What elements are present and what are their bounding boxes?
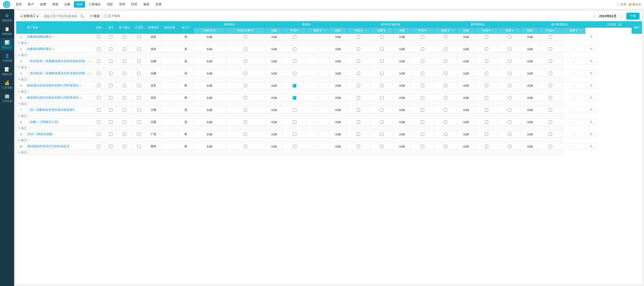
checkbox[interactable]: [444, 96, 447, 99]
checkbox[interactable]: [244, 60, 247, 63]
checkbox[interactable]: [109, 108, 112, 112]
sidebar-item-tax-settings[interactable]: ⚙ 报税设置: [1, 11, 14, 24]
note-edit-icon[interactable]: ✎: [18, 78, 20, 81]
checkbox[interactable]: [357, 133, 360, 136]
col-local-pay-header[interactable]: 缴费▼: [498, 28, 521, 34]
checkbox[interactable]: [380, 84, 383, 87]
checkbox[interactable]: [380, 35, 383, 39]
company-name-link[interactable]: （勿删）江西殷宝-LSS: [27, 120, 58, 124]
col-edu-declare-header[interactable]: 申报▼: [411, 28, 434, 34]
col-city-declare-header[interactable]: 申报▼: [347, 28, 370, 34]
sidebar-item-tax-overview[interactable]: 📊 报税总览: [1, 38, 14, 50]
checkbox[interactable]: [485, 60, 488, 63]
checkbox[interactable]: [549, 120, 552, 124]
checkbox[interactable]: [444, 60, 447, 63]
checkbox[interactable]: [549, 133, 552, 136]
col-annual-report-header[interactable]: 申报(年)▼: [193, 28, 226, 34]
checkbox[interactable]: [444, 120, 447, 124]
filter-button[interactable]: ▽ 筛选: [88, 13, 102, 19]
checkbox[interactable]: [444, 108, 447, 112]
col-vat-declare-header[interactable]: 申报▼: [283, 28, 306, 34]
checkbox[interactable]: [123, 133, 126, 136]
checkbox[interactable]: [97, 35, 100, 39]
note-edit-icon[interactable]: ✎: [18, 53, 20, 57]
checkbox[interactable]: [508, 35, 511, 39]
edit-icon[interactable]: ✎: [590, 47, 593, 51]
checkbox[interactable]: [357, 145, 360, 148]
edit-icon[interactable]: ✎: [590, 35, 593, 39]
checkbox[interactable]: [123, 145, 126, 148]
checkbox[interactable]: [380, 72, 383, 75]
company-name-link[interactable]: 勿删新锐网络通信: [27, 35, 51, 39]
sidebar-item-settlement[interactable]: 💰 汇算清缴: [1, 78, 14, 91]
company-name-link[interactable]: （原）误删勿改李艳珍测试斯套新1: [27, 108, 74, 112]
nav-business[interactable]: 工商项目: [86, 1, 103, 8]
checkbox[interactable]: [109, 84, 112, 87]
checkbox[interactable]: [508, 47, 511, 51]
checkbox[interactable]: [137, 108, 141, 112]
checkbox[interactable]: [444, 72, 447, 75]
checkbox[interactable]: [137, 35, 141, 39]
checkbox[interactable]: [508, 60, 511, 63]
checkbox[interactable]: [421, 108, 424, 112]
member-btn[interactable]: 👑 畅会员: [628, 3, 641, 6]
checkbox[interactable]: [244, 47, 247, 51]
edit-icon[interactable]: ✎: [590, 72, 593, 75]
col-stamp-pay-header[interactable]: 缴费▼: [562, 28, 585, 34]
checkbox[interactable]: [421, 72, 424, 75]
nav-invoice[interactable]: 票据: [50, 1, 61, 8]
nav-operation[interactable]: 经营: [129, 1, 140, 8]
checkbox[interactable]: [485, 35, 488, 39]
checkbox[interactable]: [508, 120, 511, 124]
note-edit-icon[interactable]: ✎: [18, 139, 20, 142]
checkbox[interactable]: [444, 145, 447, 148]
checkbox[interactable]: [485, 96, 488, 99]
checkbox[interactable]: [137, 145, 141, 148]
checkbox[interactable]: [380, 60, 383, 63]
checkbox[interactable]: [357, 84, 360, 87]
checkbox[interactable]: [109, 133, 112, 136]
company-name-link[interactable]: 畅速通信息技术股份有限公司民珠测试: [27, 96, 79, 99]
checkbox[interactable]: [137, 60, 141, 63]
checkbox[interactable]: [485, 84, 488, 87]
employee-filter-select[interactable]: 全部员工 ▾: [19, 13, 40, 19]
checkbox[interactable]: [549, 60, 552, 63]
checkbox[interactable]: [244, 120, 247, 124]
edit-icon[interactable]: ✎: [590, 96, 593, 100]
edit-icon[interactable]: ✎: [590, 132, 593, 136]
checkbox[interactable]: [444, 133, 447, 136]
fullscreen-btn[interactable]: ⛶ 全屏: [617, 3, 626, 6]
checkbox[interactable]: [421, 96, 424, 99]
checkbox[interactable]: [97, 60, 100, 63]
nav-home[interactable]: 首页: [13, 1, 24, 8]
download-button[interactable]: 下载: [626, 13, 639, 20]
checkbox[interactable]: [244, 35, 247, 39]
checkbox[interactable]: [380, 120, 383, 124]
checkbox[interactable]: [380, 145, 383, 148]
note-edit-icon[interactable]: ✎: [18, 41, 20, 44]
checkbox[interactable]: [485, 47, 488, 51]
checkbox[interactable]: [137, 84, 141, 87]
checkbox[interactable]: [123, 72, 126, 75]
checkbox[interactable]: [549, 96, 552, 99]
checkbox[interactable]: [444, 35, 447, 39]
prev-month-button[interactable]: ‹: [592, 13, 597, 19]
name-tag-checkbox[interactable]: [104, 14, 107, 18]
checkbox[interactable]: [97, 133, 100, 136]
note-edit-icon[interactable]: ✎: [18, 102, 20, 105]
company-name-link[interactable]: （库存核算）直播畅速通信息技术股份有限...: [27, 72, 87, 75]
checkbox[interactable]: [444, 47, 447, 51]
checked-checkbox[interactable]: [293, 96, 296, 100]
sidebar-item-personal-tax[interactable]: 👤 个税申报: [1, 51, 14, 64]
checkbox[interactable]: [293, 108, 296, 112]
edit-icon[interactable]: ✎: [590, 84, 593, 87]
checkbox[interactable]: [421, 145, 424, 148]
checkbox[interactable]: [485, 72, 488, 75]
nav-manage[interactable]: 管理: [116, 1, 128, 8]
checkbox[interactable]: [508, 145, 511, 148]
nav-message[interactable]: 消息: [104, 1, 115, 8]
col-monthly-report-header[interactable]: 申报(月/季)▼: [226, 28, 265, 34]
checkbox[interactable]: [357, 47, 360, 51]
nav-service[interactable]: 服务: [141, 1, 152, 8]
note-edit-icon[interactable]: ✎: [18, 90, 20, 93]
